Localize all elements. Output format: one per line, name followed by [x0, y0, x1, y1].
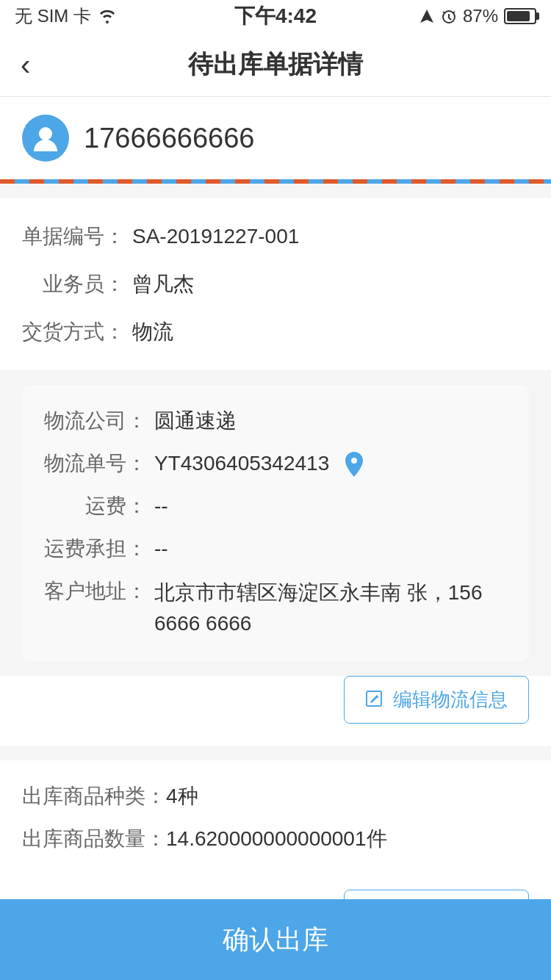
order-info-section: 单据编号： SA-20191227-001 业务员： 曾凡杰 交货方式： 物流: [0, 198, 551, 370]
page-title: 待出库单据详情: [188, 48, 363, 82]
address-value: 北京市市辖区海淀区永丰南 张，156 6666 6666: [154, 577, 507, 639]
status-left: 无 SIM 卡: [15, 4, 118, 28]
freight-row: 运费： --: [44, 492, 507, 520]
goods-quantity-label: 出库商品数量：: [22, 825, 166, 853]
logistics-tracking-value: YT4306405342413: [154, 452, 329, 475]
edit-icon: [365, 690, 386, 710]
goods-types-row: 出库商品种类： 4种: [22, 782, 529, 810]
battery-percent: 87%: [463, 6, 498, 26]
freight-bearer-label: 运费承担：: [44, 535, 147, 563]
battery-fill: [507, 11, 530, 21]
salesman-value: 曾凡杰: [132, 268, 529, 301]
logistics-tracking-label: 物流单号：: [44, 450, 147, 478]
freight-value: --: [154, 494, 507, 518]
freight-bearer-row: 运费承担： --: [44, 535, 507, 563]
address-label: 客户地址：: [44, 577, 147, 605]
edit-logistics-label: 编辑物流信息: [393, 687, 508, 713]
edit-logistics-container: 编辑物流信息: [0, 676, 551, 746]
goods-quantity-row: 出库商品数量： 14.620000000000001件: [22, 825, 529, 853]
logistics-tracking-row: 物流单号： YT4306405342413: [44, 450, 507, 478]
logistics-tracking-container: YT4306405342413: [154, 450, 367, 477]
order-number-row: 单据编号： SA-20191227-001: [22, 220, 529, 253]
address-row: 客户地址： 北京市市辖区海淀区永丰南 张，156 6666 6666: [44, 577, 507, 639]
salesman-label: 业务员：: [22, 268, 125, 301]
confirm-button-label: 确认出库: [223, 922, 328, 958]
tracking-location-icon[interactable]: [341, 450, 367, 477]
logistics-company-value: 圆通速递: [154, 407, 507, 435]
user-icon: [31, 123, 60, 153]
goods-quantity-value: 14.620000000000001件: [166, 825, 387, 853]
confirm-button[interactable]: 确认出库: [0, 899, 551, 980]
logistics-company-row: 物流公司： 圆通速递: [44, 407, 507, 435]
status-time: 下午4:42: [234, 2, 317, 30]
section-gap-1: [0, 746, 551, 760]
order-number-label: 单据编号：: [22, 220, 125, 253]
delivery-method-value: 物流: [132, 316, 529, 349]
back-button[interactable]: ‹: [21, 50, 30, 79]
goods-types-label: 出库商品种类：: [22, 782, 166, 810]
avatar: [22, 115, 69, 162]
wifi-icon: [97, 9, 118, 24]
delivery-method-row: 交货方式： 物流: [22, 316, 529, 349]
status-right: 87%: [419, 6, 536, 26]
freight-bearer-value: --: [154, 537, 507, 561]
goods-types-value: 4种: [166, 782, 198, 810]
salesman-row: 业务员： 曾凡杰: [22, 268, 529, 301]
battery-icon: [504, 8, 536, 24]
edit-logistics-button[interactable]: 编辑物流信息: [344, 676, 529, 724]
customer-phone: 17666666666: [84, 123, 254, 154]
freight-label: 运费：: [44, 492, 147, 520]
logistics-company-label: 物流公司：: [44, 407, 147, 435]
main-content: 17666666666 单据编号： SA-20191227-001 业务员： 曾…: [0, 97, 551, 980]
status-bar: 无 SIM 卡 下午4:42 87%: [0, 0, 551, 32]
carrier-text: 无 SIM 卡: [15, 4, 91, 28]
location-arrow-icon: [419, 8, 435, 24]
order-number-value: SA-20191227-001: [132, 220, 529, 253]
alarm-icon: [441, 8, 457, 24]
nav-bar: ‹ 待出库单据详情: [0, 32, 551, 97]
svg-point-1: [39, 127, 52, 140]
dashed-divider: [0, 179, 551, 184]
goods-section: 出库商品种类： 4种 出库商品数量： 14.620000000000001件: [0, 760, 551, 875]
logistics-card: 物流公司： 圆通速递 物流单号： YT4306405342413 运费： -- …: [22, 385, 529, 661]
delivery-method-label: 交货方式：: [22, 316, 125, 349]
customer-section: 17666666666: [0, 97, 551, 179]
